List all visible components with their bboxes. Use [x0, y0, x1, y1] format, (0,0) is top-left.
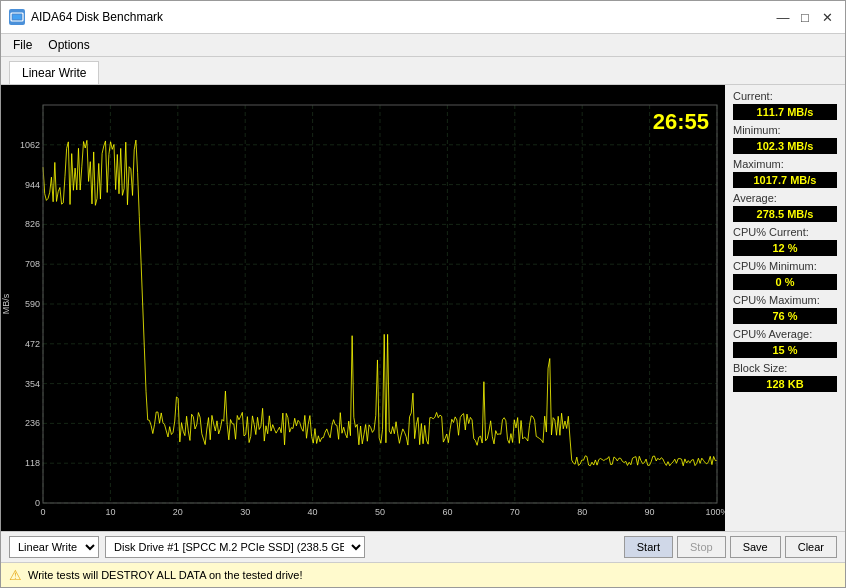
stat-group: Block Size:128 KB — [733, 362, 837, 392]
stat-value: 278.5 MB/s — [733, 206, 837, 222]
stat-label: Maximum: — [733, 158, 837, 170]
stat-value: 102.3 MB/s — [733, 138, 837, 154]
stat-label: Average: — [733, 192, 837, 204]
tab-linear-write[interactable]: Linear Write — [9, 61, 99, 84]
menu-options[interactable]: Options — [40, 36, 97, 54]
tab-bar: Linear Write — [1, 57, 845, 85]
stat-value: 1017.7 MB/s — [733, 172, 837, 188]
window-controls: — □ ✕ — [773, 7, 837, 27]
stat-group: Minimum:102.3 MB/s — [733, 124, 837, 154]
minimize-button[interactable]: — — [773, 7, 793, 27]
chart-stats-area: Current:111.7 MB/sMinimum:102.3 MB/sMaxi… — [1, 85, 845, 531]
stat-group: CPU% Minimum:0 % — [733, 260, 837, 290]
maximize-button[interactable]: □ — [795, 7, 815, 27]
close-button[interactable]: ✕ — [817, 7, 837, 27]
main-window: AIDA64 Disk Benchmark — □ ✕ File Options… — [0, 0, 846, 588]
stat-value: 128 KB — [733, 376, 837, 392]
app-icon — [9, 9, 25, 25]
stat-label: Current: — [733, 90, 837, 102]
warning-text: Write tests will DESTROY ALL DATA on the… — [28, 569, 303, 581]
stat-group: Maximum:1017.7 MB/s — [733, 158, 837, 188]
menu-bar: File Options — [1, 34, 845, 57]
stat-label: CPU% Maximum: — [733, 294, 837, 306]
stat-value: 76 % — [733, 308, 837, 324]
stat-value: 15 % — [733, 342, 837, 358]
menu-file[interactable]: File — [5, 36, 40, 54]
stat-group: CPU% Current:12 % — [733, 226, 837, 256]
stat-label: CPU% Minimum: — [733, 260, 837, 272]
stop-button[interactable]: Stop — [677, 536, 726, 558]
stat-group: CPU% Average:15 % — [733, 328, 837, 358]
warning-bar: ⚠ Write tests will DESTROY ALL DATA on t… — [1, 562, 845, 587]
chart-area — [1, 85, 725, 531]
stat-label: Minimum: — [733, 124, 837, 136]
stats-panel: Current:111.7 MB/sMinimum:102.3 MB/sMaxi… — [725, 85, 845, 531]
benchmark-chart — [1, 85, 725, 531]
stat-value: 0 % — [733, 274, 837, 290]
drive-dropdown[interactable]: Disk Drive #1 [SPCC M.2 PCIe SSD] (238.5… — [105, 536, 365, 558]
stat-label: CPU% Current: — [733, 226, 837, 238]
stat-label: Block Size: — [733, 362, 837, 374]
stat-group: Average:278.5 MB/s — [733, 192, 837, 222]
stat-value: 111.7 MB/s — [733, 104, 837, 120]
start-button[interactable]: Start — [624, 536, 673, 558]
window-title: AIDA64 Disk Benchmark — [31, 10, 773, 24]
svg-rect-1 — [13, 15, 21, 19]
stat-group: CPU% Maximum:76 % — [733, 294, 837, 324]
stat-label: CPU% Average: — [733, 328, 837, 340]
stat-group: Current:111.7 MB/s — [733, 90, 837, 120]
stat-value: 12 % — [733, 240, 837, 256]
title-bar: AIDA64 Disk Benchmark — □ ✕ — [1, 1, 845, 34]
save-button[interactable]: Save — [730, 536, 781, 558]
warning-icon: ⚠ — [9, 567, 22, 583]
action-buttons: Start Stop Save Clear — [624, 536, 837, 558]
clear-button[interactable]: Clear — [785, 536, 837, 558]
bottom-controls: Linear Write Disk Drive #1 [SPCC M.2 PCI… — [1, 531, 845, 562]
test-type-dropdown[interactable]: Linear Write — [9, 536, 99, 558]
